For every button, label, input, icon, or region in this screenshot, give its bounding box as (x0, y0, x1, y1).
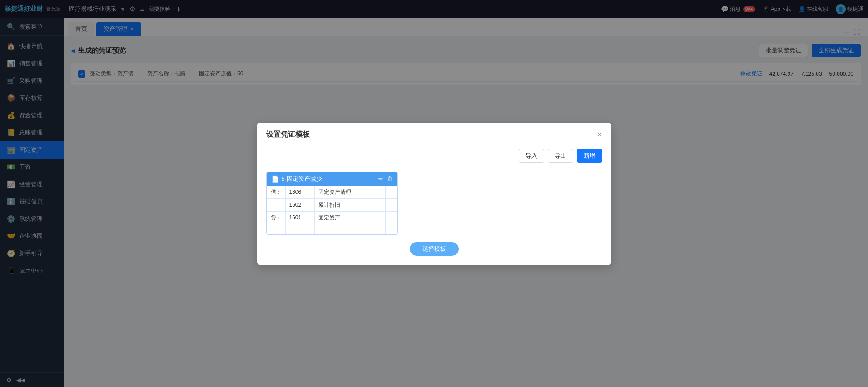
row2-code: 1602 (285, 198, 314, 211)
empty-col3 (314, 224, 374, 234)
row1-debit (374, 186, 386, 198)
empty-col2 (285, 224, 314, 234)
row1-name: 固定资产清理 (314, 186, 374, 198)
new-template-btn[interactable]: 新增 (577, 149, 602, 163)
import-btn[interactable]: 导入 (519, 149, 544, 163)
row2-name: 累计折旧 (314, 198, 374, 211)
row3-name: 固定资产 (314, 211, 374, 224)
template-card-header-left: 📄 5-固定资产减少 (271, 175, 322, 183)
template-row-2: 1602 累计折旧 (267, 198, 397, 211)
template-card: 📄 5-固定资产减少 ✏ 🗑 借： 1606 固 (266, 172, 398, 235)
modal-toolbar: 导入 导出 新增 (257, 144, 611, 167)
empty-col4 (374, 224, 386, 234)
row1-code: 1606 (285, 186, 314, 198)
template-row-3: 贷： 1601 固定资产 (267, 211, 397, 224)
modal-dialog: 设置凭证模板 × 导入 导出 新增 📄 5-固定资产减少 ✏ 🗑 (257, 123, 611, 265)
modal-overlay: 设置凭证模板 × 导入 导出 新增 📄 5-固定资产减少 ✏ 🗑 (0, 0, 868, 387)
modal-title: 设置凭证模板 (266, 130, 310, 139)
template-row-1: 借： 1606 固定资产清理 (267, 186, 397, 198)
template-card-actions: ✏ 🗑 (378, 175, 393, 182)
row3-code: 1601 (285, 211, 314, 224)
select-template-btn[interactable]: 选择模板 (410, 242, 459, 256)
row1-type: 借： (267, 186, 285, 198)
template-delete-btn[interactable]: 🗑 (387, 175, 393, 182)
template-file-icon: 📄 (271, 175, 279, 183)
row2-credit (386, 198, 397, 211)
template-name: 5-固定资产减少 (282, 175, 322, 183)
row2-type (267, 198, 285, 211)
template-card-header: 📄 5-固定资产减少 ✏ 🗑 (267, 172, 397, 186)
template-row-empty (267, 224, 397, 234)
empty-col1 (267, 224, 285, 234)
row1-credit (386, 186, 397, 198)
row3-type: 贷： (267, 211, 285, 224)
empty-col5 (386, 224, 397, 234)
export-btn[interactable]: 导出 (548, 149, 573, 163)
template-edit-btn[interactable]: ✏ (378, 175, 383, 182)
row3-credit (386, 211, 397, 224)
row3-debit (374, 211, 386, 224)
template-table: 借： 1606 固定资产清理 1602 累计折旧 (267, 186, 397, 234)
template-card-body: 借： 1606 固定资产清理 1602 累计折旧 (267, 186, 397, 234)
modal-header: 设置凭证模板 × (257, 123, 611, 144)
modal-close-btn[interactable]: × (597, 130, 602, 139)
row2-debit (374, 198, 386, 211)
modal-body: 📄 5-固定资产减少 ✏ 🗑 借： 1606 固 (257, 167, 611, 265)
